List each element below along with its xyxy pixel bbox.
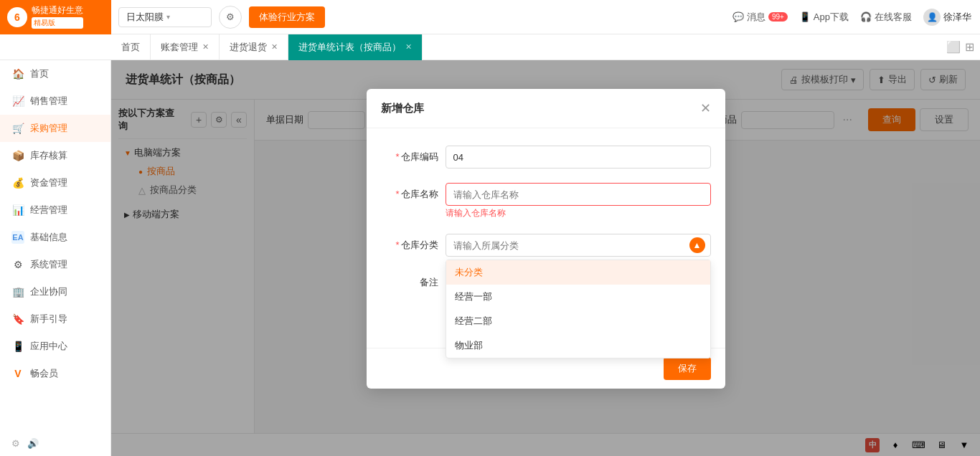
logo-icon: 6 xyxy=(7,7,27,27)
sidebar-label-system: 系统管理 xyxy=(30,258,67,271)
sidebar-settings-icon[interactable]: ⚙ xyxy=(11,438,20,449)
basic-icon: EA xyxy=(11,231,24,244)
tab-minimize-icon[interactable]: ⬜ xyxy=(946,40,961,54)
tab-bar: 首页 账套管理 ✕ 进货退货 ✕ 进货单统计表（按商品） ✕ ⬜ ⊞ xyxy=(0,34,980,60)
save-button[interactable]: 保存 xyxy=(664,357,711,380)
sidebar-label-appcenter: 应用中心 xyxy=(30,340,67,353)
user-name: 徐泽华 xyxy=(943,11,971,24)
warehouse-category-label: 仓库分类 xyxy=(381,234,438,257)
warehouse-name-error: 请输入仓库名称 xyxy=(446,207,711,219)
sidebar-sound-icon[interactable]: 🔊 xyxy=(27,438,39,449)
sidebar-item-home[interactable]: 🏠 首页 xyxy=(0,60,110,87)
modal-overlay: 新增仓库 ✕ 仓库编码 仓库名称 xyxy=(111,60,980,456)
tab-accounts-close[interactable]: ✕ xyxy=(202,42,209,52)
sidebar-label-purchase: 采购管理 xyxy=(30,122,67,135)
sidebar-label-inventory: 库存核算 xyxy=(30,149,67,162)
purchase-icon: 🛒 xyxy=(11,122,24,135)
sidebar-label-enterprise: 企业协同 xyxy=(30,285,67,298)
online-service-label: 在线客服 xyxy=(875,11,912,24)
sidebar-item-vip[interactable]: V 畅会员 xyxy=(0,360,110,387)
warehouse-name-wrap: 请输入仓库名称 xyxy=(446,183,711,219)
sidebar-item-finance[interactable]: 💰 资金管理 xyxy=(0,169,110,196)
sidebar-item-enterprise[interactable]: 🏢 企业协同 xyxy=(0,278,110,305)
sidebar-item-inventory[interactable]: 📦 库存核算 xyxy=(0,142,110,169)
sidebar-item-guide[interactable]: 🔖 新手引导 xyxy=(0,305,110,333)
modal-header: 新增仓库 ✕ xyxy=(367,89,725,128)
logo-area: 6 畅捷通好生意 精易版 xyxy=(0,0,111,34)
tab-accounts[interactable]: 账套管理 ✕ xyxy=(151,34,220,60)
tab-purchase-return-label: 进货退货 xyxy=(230,41,267,54)
modal-body: 仓库编码 仓库名称 请输入仓库名称 xyxy=(367,128,725,348)
warehouse-name-input[interactable] xyxy=(446,183,711,206)
warehouse-code-row: 仓库编码 xyxy=(381,146,711,168)
warehouse-category-wrap: ▲ 未分类 经营一部 经营二部 物业部 xyxy=(446,234,711,257)
app-download-button[interactable]: 📱 App下载 xyxy=(799,11,849,24)
sidebar-item-system[interactable]: ⚙ 系统管理 xyxy=(0,251,110,278)
tab-purchase-return-close[interactable]: ✕ xyxy=(271,42,278,52)
warehouse-category-row: 仓库分类 ▲ 未分类 经营一部 经营二部 物业部 xyxy=(381,234,711,257)
message-label: 消息 xyxy=(747,11,765,24)
home-icon: 🏠 xyxy=(11,67,24,80)
sidebar-label-finance: 资金管理 xyxy=(30,176,67,189)
enterprise-icon: 🏢 xyxy=(11,285,24,298)
modal-title: 新增仓库 xyxy=(381,102,424,115)
dropdown-item-uncategorized[interactable]: 未分类 xyxy=(446,260,710,285)
warehouse-code-wrap xyxy=(446,146,711,168)
notes-label: 备注 xyxy=(381,271,438,294)
top-header: 6 畅捷通好生意 精易版 日太阳膜 ▾ ⚙ 体验行业方案 💬 消息 99+ 📱 … xyxy=(0,0,980,34)
category-dropdown-list: 未分类 经营一部 经营二部 物业部 xyxy=(446,260,711,358)
home-tab-label: 首页 xyxy=(121,41,140,54)
sidebar-label-basic: 基础信息 xyxy=(30,231,67,244)
sidebar-bottom: ⚙ 🔊 xyxy=(0,431,110,456)
message-badge: 99+ xyxy=(768,12,788,22)
dropdown-item-dept1[interactable]: 经营一部 xyxy=(446,285,710,309)
gear-button[interactable]: ⚙ xyxy=(219,6,242,29)
sidebar-item-appcenter[interactable]: 📱 应用中心 xyxy=(0,333,110,360)
headset-icon: 🎧 xyxy=(860,11,872,22)
inventory-icon: 📦 xyxy=(11,149,24,162)
tab-purchase-stats[interactable]: 进货单统计表（按商品） ✕ xyxy=(288,34,423,60)
warehouse-name-row: 仓库名称 请输入仓库名称 xyxy=(381,183,711,219)
sidebar-label-sales: 销售管理 xyxy=(30,95,67,108)
warehouse-name-label: 仓库名称 xyxy=(381,183,438,206)
sidebar-item-basic[interactable]: EA 基础信息 xyxy=(0,224,110,251)
tab-expand-icon[interactable]: ⊞ xyxy=(965,40,974,54)
sidebar-label-guide: 新手引导 xyxy=(30,313,67,326)
sidebar-item-sales[interactable]: 📈 销售管理 xyxy=(0,87,110,115)
finance-icon: 💰 xyxy=(11,176,24,189)
message-button[interactable]: 💬 消息 99+ xyxy=(732,11,788,24)
main-layout: 🏠 首页 📈 销售管理 🛒 采购管理 📦 库存核算 💰 资金管理 📊 经营管理 … xyxy=(0,60,980,456)
add-warehouse-modal: 新增仓库 ✕ 仓库编码 仓库名称 xyxy=(367,89,725,389)
dropdown-item-dept3[interactable]: 物业部 xyxy=(446,333,710,358)
tab-purchase-return[interactable]: 进货退货 ✕ xyxy=(220,34,288,60)
dropdown-item-dept2[interactable]: 经营二部 xyxy=(446,309,710,333)
phone-icon: 📱 xyxy=(799,11,811,22)
sidebar-label-operation: 经营管理 xyxy=(30,204,67,217)
modal-close-button[interactable]: ✕ xyxy=(700,100,711,116)
guide-icon: 🔖 xyxy=(11,313,24,326)
trial-button[interactable]: 体验行业方案 xyxy=(249,6,325,28)
content-area: 进货单统计（按商品） 🖨 按模板打印 ▾ ⬆ 导出 ↺ 刷新 xyxy=(111,60,980,456)
user-profile[interactable]: 👤 徐泽华 xyxy=(923,9,971,26)
online-service-button[interactable]: 🎧 在线客服 xyxy=(860,11,912,24)
chevron-down-icon: ▾ xyxy=(166,13,170,21)
logo-text: 畅捷通好生意 xyxy=(32,5,83,16)
tab-purchase-stats-close[interactable]: ✕ xyxy=(405,42,412,52)
avatar: 👤 xyxy=(923,9,941,26)
app-download-label: App下载 xyxy=(814,11,849,24)
warehouse-code-input[interactable] xyxy=(446,146,711,168)
logo-badge: 精易版 xyxy=(32,17,83,29)
warehouse-category-input[interactable] xyxy=(446,234,711,257)
appcenter-icon: 📱 xyxy=(11,340,24,353)
sidebar-label-vip: 畅会员 xyxy=(30,367,58,380)
store-name: 日太阳膜 xyxy=(126,11,164,24)
message-icon: 💬 xyxy=(732,11,744,22)
store-selector[interactable]: 日太阳膜 ▾ xyxy=(118,7,212,27)
sales-icon: 📈 xyxy=(11,95,24,108)
sidebar-label-home: 首页 xyxy=(30,67,49,80)
tab-home[interactable]: 首页 xyxy=(111,34,151,60)
sidebar-item-purchase[interactable]: 🛒 采购管理 xyxy=(0,115,110,142)
operation-icon: 📊 xyxy=(11,204,24,217)
vip-icon: V xyxy=(11,367,24,380)
sidebar-item-operation[interactable]: 📊 经营管理 xyxy=(0,196,110,224)
